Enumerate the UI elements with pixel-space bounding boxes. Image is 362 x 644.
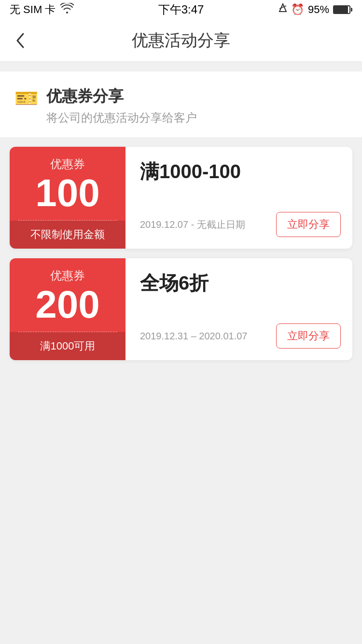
- bottom-area: [0, 370, 362, 563]
- nav-bar: 优惠活动分享: [0, 19, 362, 62]
- coupon-right-0: 满1000-100 2019.12.07 - 无截止日期 立即分享: [125, 147, 352, 249]
- section-subtitle: 将公司的优惠活动分享给客户: [46, 110, 197, 126]
- coupon-condition-1: 满1000可用: [10, 332, 125, 360]
- status-left: 无 SIM 卡: [10, 2, 74, 17]
- coupon-list: 优惠券 100 不限制使用金额 满1000-100 2019.12.07 - 无…: [0, 137, 362, 370]
- coupon-bottom-row-1: 2019.12.31 – 2020.01.07 立即分享: [140, 323, 341, 349]
- coupon-name-0: 满1000-100: [140, 158, 341, 185]
- coupon-date-0: 2019.12.07 - 无截止日期: [140, 218, 245, 231]
- coupon-label-0: 优惠券: [50, 156, 85, 172]
- section-title: 优惠券分享: [46, 86, 197, 107]
- coupon-condition-0: 不限制使用金额: [10, 221, 125, 249]
- coupon-amount-1: 200: [35, 285, 99, 324]
- coupon-name-1: 全场6折: [140, 270, 341, 296]
- carrier-text: 无 SIM 卡: [10, 2, 56, 17]
- share-button-0[interactable]: 立即分享: [276, 212, 341, 237]
- status-time: 下午3:47: [158, 2, 204, 17]
- coupon-date-1: 2019.12.31 – 2020.01.07: [140, 331, 247, 342]
- coupon-card-1: 优惠券 200 满1000可用 全场6折 2019.12.31 – 2020.0…: [10, 258, 352, 360]
- wifi-icon: [60, 3, 74, 16]
- battery-icon: [333, 5, 352, 14]
- coupon-left-0: 优惠券 100 不限制使用金额: [10, 147, 125, 249]
- coupon-card-0: 优惠券 100 不限制使用金额 满1000-100 2019.12.07 - 无…: [10, 147, 352, 249]
- back-button[interactable]: [14, 31, 26, 50]
- coupon-amount-0: 100: [35, 174, 99, 212]
- alarm-icon: ⏰: [291, 3, 304, 16]
- section-header: 🎫 优惠券分享 将公司的优惠活动分享给客户: [0, 71, 362, 137]
- page-title: 优惠活动分享: [132, 29, 230, 52]
- status-right: ⏰ 95%: [278, 3, 352, 16]
- section-text-group: 优惠券分享 将公司的优惠活动分享给客户: [46, 86, 197, 126]
- battery-percent: 95%: [308, 3, 329, 16]
- section-icon: 🎫: [14, 87, 39, 110]
- status-bar: 无 SIM 卡 下午3:47 ⏰ 95%: [0, 0, 362, 19]
- coupon-left-1: 优惠券 200 满1000可用: [10, 258, 125, 360]
- coupon-label-1: 优惠券: [50, 268, 85, 283]
- location-icon: [278, 3, 287, 16]
- coupon-bottom-row-0: 2019.12.07 - 无截止日期 立即分享: [140, 212, 341, 237]
- coupon-right-1: 全场6折 2019.12.31 – 2020.01.07 立即分享: [125, 258, 352, 360]
- share-button-1[interactable]: 立即分享: [276, 323, 341, 349]
